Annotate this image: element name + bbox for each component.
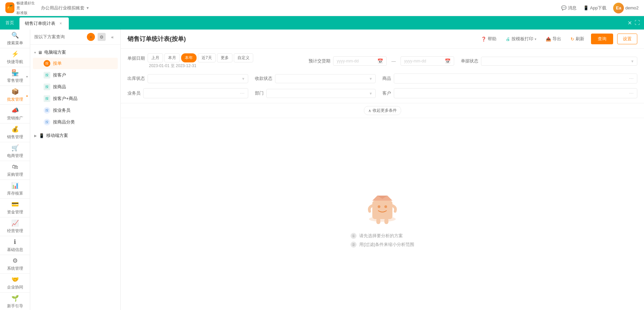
download-icon: 📱	[583, 5, 589, 10]
print-btn[interactable]: 🖨 按模板打印 ▾	[503, 35, 539, 43]
left-panel: 按以下方案查询 + ⚙ « ▾ 🖥 电脑端方案 按	[30, 30, 121, 310]
right-content: 销售订单统计表(按单) ❓ 帮助 🖨 按模板打印 ▾ 📤 导出	[121, 30, 644, 310]
finance-icon: 💳	[11, 201, 19, 208]
customer-filter: 客户 ···	[382, 88, 637, 98]
title-chevron-icon: ▾	[87, 5, 89, 10]
sidebar-item-retail[interactable]: 🏪 零售管理 ▾	[0, 67, 30, 86]
avatar: Ea	[613, 3, 624, 13]
expected-date-to[interactable]: yyyy-mm-dd 📅	[400, 56, 454, 66]
payment-chevron-icon: ▾	[370, 76, 372, 81]
print-icon: 🖨	[506, 37, 510, 42]
sidebar-item-collab[interactable]: 🤝 企业协同	[0, 274, 30, 293]
by-product-icon: 按	[44, 84, 50, 90]
date-btn-custom[interactable]: 自定义	[234, 53, 253, 62]
tip-1-num: ①	[351, 233, 357, 239]
date-btn-this-year[interactable]: 本年	[181, 53, 197, 62]
collapse-panel-btn[interactable]: «	[108, 33, 116, 41]
refresh-btn[interactable]: ↻ 刷新	[568, 35, 587, 43]
help-btn[interactable]: ❓ 帮助	[478, 35, 499, 43]
system-icon: ⚙	[12, 257, 18, 264]
wholesale-icon: 📦	[11, 88, 19, 95]
window-restore-icon[interactable]: ✕	[628, 20, 632, 26]
product-dots: ···	[629, 75, 634, 82]
date-btn-this-month[interactable]: 本月	[164, 53, 180, 62]
query-btn[interactable]: 查询	[591, 34, 613, 44]
shipment-select[interactable]: ▾	[148, 74, 248, 83]
window-maximize-icon[interactable]: ⛶	[635, 20, 640, 26]
sidebar-item-marketing[interactable]: 📣 营销推广	[0, 105, 30, 123]
main-content: 按以下方案查询 + ⚙ « ▾ 🖥 电脑端方案 按	[30, 30, 644, 310]
collapse-icon: ∧	[368, 108, 371, 113]
logo: 🍊 畅捷通好生意 标准版	[5, 1, 36, 15]
page-header: 销售订单统计表(按单) ❓ 帮助 🖨 按模板打印 ▾ 📤 导出	[121, 30, 644, 49]
scheme-by-category[interactable]: 按 按商品分类	[33, 116, 118, 128]
ecom-icon: 🛒	[11, 144, 19, 152]
add-scheme-btn[interactable]: +	[87, 33, 95, 41]
date-separator: —	[389, 59, 398, 64]
tab-sales-stats[interactable]: 销售订单统计表 ×	[19, 17, 69, 30]
operations-icon: 📈	[11, 219, 19, 227]
help-icon: ❓	[481, 37, 486, 42]
collapse-filter-btn[interactable]: ∧ 收起更多条件	[364, 106, 401, 115]
expected-date-filter: 预计交货期 yyyy-mm-dd 📅 — yyyy-mm-dd 📅	[309, 56, 454, 66]
purchase-icon: 🛍	[12, 163, 18, 170]
dept-select[interactable]: ▾	[266, 89, 376, 98]
print-chevron-icon: ▾	[535, 37, 536, 41]
sidebar-quick-nav[interactable]: ⚡ 快捷导航	[0, 48, 30, 67]
sidebar-item-ecom[interactable]: 🛒 电商管理	[0, 142, 30, 161]
date-btn-last-month[interactable]: 上月	[148, 53, 163, 62]
pc-section[interactable]: ▾ 🖥 电脑端方案	[30, 47, 120, 57]
sidebar-item-system[interactable]: ⚙ 系统管理	[0, 255, 30, 274]
customer-input[interactable]: ···	[394, 88, 637, 98]
sidebar-item-purchase[interactable]: 🛍 采购管理	[0, 161, 30, 180]
sidebar-search[interactable]: 🔍 搜索菜单	[0, 30, 30, 48]
filter-row-3: 业务员 ··· 部门 ▾ 客户	[127, 88, 637, 98]
sidebar-item-wholesale[interactable]: 📦 批发管理 ▴	[0, 86, 30, 105]
staff-dots: ···	[240, 90, 245, 96]
retail-icon: 🏪	[11, 69, 19, 76]
sidebar-item-sales[interactable]: 💰 销售管理	[0, 123, 30, 142]
tabs-bar: 首页 销售订单统计表 × ✕ ⛶	[0, 16, 644, 30]
tab-close-icon[interactable]: ×	[58, 21, 63, 26]
tab-home[interactable]: 首页	[0, 16, 19, 30]
staff-input[interactable]: ···	[143, 88, 248, 98]
empty-state: ① 请先选择要分析的方案 ② 用[过滤]条件来缩小分析范围	[121, 118, 644, 310]
date-btn-more[interactable]: 更多	[217, 53, 232, 62]
settings-btn[interactable]: 设置	[617, 34, 637, 44]
main-layout: 🔍 搜索菜单 ⚡ 快捷导航 🏪 零售管理 ▾ 📦 批发管理 ▴ 📣 营销推广 💰…	[0, 30, 644, 310]
dept-chevron-icon: ▾	[370, 91, 372, 96]
sidebar-item-newbie[interactable]: 🌱 新手引导	[0, 293, 30, 310]
logo-text: 畅捷通好生意 标准版	[16, 1, 36, 15]
payment-select[interactable]: ▾	[275, 74, 376, 83]
scheme-by-customer[interactable]: 按 按客户	[33, 69, 118, 81]
wholesale-expand-icon: ▴	[26, 93, 28, 97]
scheme-tree: ▾ 🖥 电脑端方案 按 按单 按 按客户 按 按商品 按	[30, 45, 120, 143]
scheme-by-product[interactable]: 按 按商品	[33, 81, 118, 93]
date-btn-7days[interactable]: 近7天	[198, 53, 216, 62]
product-input[interactable]: ···	[394, 73, 637, 84]
sidebar-item-finance[interactable]: 💳 资金管理	[0, 199, 30, 217]
message-btn[interactable]: 💬 消息	[561, 5, 577, 11]
by-category-icon: 按	[44, 119, 50, 125]
svg-point-3	[384, 205, 387, 208]
export-btn[interactable]: 📤 导出	[543, 35, 564, 43]
scheme-by-cust-prod[interactable]: 按 按客户+商品	[33, 93, 118, 104]
app-title[interactable]: 办公用品行业模拟账套 ▾	[36, 5, 561, 11]
scheme-by-order[interactable]: 按 按单	[33, 58, 118, 69]
top-bar-right: 💬 消息 📱 App下载 Ea demo2	[561, 3, 639, 13]
product-filter: 商品 ···	[382, 73, 637, 84]
mobile-section[interactable]: ▶ 📱 移动端方案	[30, 131, 120, 141]
status-select[interactable]: ▾	[481, 57, 637, 66]
status-chevron-icon: ▾	[631, 59, 634, 64]
marketing-icon: 📣	[11, 107, 19, 114]
app-download-btn[interactable]: 📱 App下载	[583, 5, 606, 11]
scheme-by-staff[interactable]: 按 按业务员	[33, 105, 118, 116]
expected-date-from[interactable]: yyyy-mm-dd 📅	[333, 56, 387, 66]
scheme-settings-btn[interactable]: ⚙	[98, 33, 106, 41]
payment-filter: 收款状态 ▾	[255, 74, 376, 83]
sidebar-item-inventory[interactable]: 📊 库存核算	[0, 180, 30, 199]
sidebar-item-operations[interactable]: 📈 经营管理	[0, 217, 30, 236]
shipment-filter: 出库状态 ▾	[127, 74, 248, 83]
user-menu-btn[interactable]: Ea demo2	[613, 3, 639, 13]
sidebar-item-basic[interactable]: ℹ 基础信息	[0, 236, 30, 255]
